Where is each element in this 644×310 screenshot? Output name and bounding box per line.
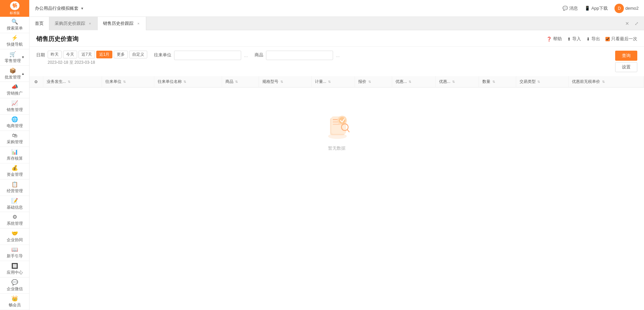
sidebar-item-wholesale[interactable]: 📦 批发管理 ▲ — [0, 66, 29, 82]
maximize-button[interactable]: ⤢ — [633, 19, 640, 28]
col-pre-tax-price[interactable]: 优惠前无税单价 ⇅ — [569, 76, 644, 88]
sidebar-item-retail[interactable]: 🛒 零售管理 ▼ — [0, 49, 29, 66]
topbar-title: 办公用品行业模拟账套 — [35, 5, 78, 11]
sidebar-item-search[interactable]: 🔍 搜索菜单 — [0, 17, 29, 33]
tab-sales[interactable]: 销售历史价跟踪 × — [98, 17, 146, 30]
import-button[interactable]: ⬆ 导入 — [567, 36, 581, 42]
marketing-icon: 📣 — [11, 84, 18, 90]
message-label: 消息 — [569, 5, 578, 11]
sidebar-item-ecommerce[interactable]: 🌐 电商管理 — [0, 115, 29, 131]
sidebar-item-label: 零售管理 — [5, 58, 21, 64]
sidebar-item-basic[interactable]: 📝 基础信息 — [0, 196, 29, 212]
col-trade-type[interactable]: 交易类型 ⇅ — [516, 76, 569, 88]
col-unit[interactable]: 计量... ⇅ — [311, 76, 355, 88]
col-price[interactable]: 报价 ⇅ — [355, 76, 392, 88]
col-unit-name[interactable]: 往来单位名称 ⇅ — [154, 76, 222, 88]
sidebar-item-membership[interactable]: 👑 畅会员 — [0, 294, 29, 310]
query-button[interactable]: 查询 — [615, 51, 637, 61]
tab-purchase-close[interactable]: × — [88, 21, 92, 26]
sidebar-item-system[interactable]: ⚙ 系统管理 — [0, 212, 29, 228]
only-last-checkbox[interactable] — [605, 37, 610, 41]
filter-bar: 日期 昨天 今天 近7天 近1月 更多 自定义 2023-02-18 至 202… — [30, 47, 644, 76]
sidebar-item-cooperation[interactable]: 🤝 企业协同 — [0, 228, 29, 245]
sidebar-item-wechat[interactable]: 💬 企业微信 — [0, 277, 29, 294]
settings-button[interactable]: 设置 — [615, 62, 637, 72]
sidebar-item-sales-mgmt[interactable]: 📈 销售管理 — [0, 98, 29, 115]
logo-text: 标准版 — [10, 11, 20, 15]
col-biz-date[interactable]: 业务发生... ⇅ — [43, 76, 102, 88]
sidebar-item-label: 销售管理 — [7, 107, 23, 113]
tab-sales-close[interactable]: × — [136, 21, 140, 26]
page-header: 销售历史价查询 ❓ 帮助 ⬆ 导入 ⬇ 导出 只看最后一次 — [30, 30, 644, 47]
user-menu[interactable]: D demo2 — [614, 4, 639, 13]
col-discount1[interactable]: 优惠... ⇅ — [392, 76, 436, 88]
date-btn-today[interactable]: 今天 — [63, 51, 77, 58]
sidebar-item-label: 营销推广 — [7, 91, 23, 96]
tab-purchase-label: 采购历史价跟踪 — [55, 20, 85, 27]
export-label: 导出 — [591, 36, 600, 42]
col-product[interactable]: 商品 ⇅ — [222, 76, 259, 88]
ecommerce-icon: 🌐 — [11, 116, 18, 122]
sidebar-item-label: 库存核算 — [7, 156, 23, 161]
page-title: 销售历史价查询 — [36, 35, 78, 43]
sidebar-item-label: 企业微信 — [7, 286, 23, 292]
wechat-icon: 💬 — [11, 279, 18, 286]
app-download-button[interactable]: 📱 App下载 — [585, 5, 608, 11]
date-btn-1month[interactable]: 近1月 — [96, 51, 113, 58]
search-nav-icon: 🔍 — [11, 18, 18, 25]
operations-icon: 📋 — [11, 181, 18, 188]
apps-icon: 🔲 — [11, 263, 18, 269]
empty-state: 暂无数据 — [30, 88, 644, 171]
sidebar-item-guide[interactable]: 📖 新手引导 — [0, 245, 29, 261]
sidebar-item-purchase[interactable]: 🛍 采购管理 — [0, 131, 29, 147]
sidebar-item-shortcuts[interactable]: ⚡ 快捷导航 — [0, 33, 29, 50]
help-label: 帮助 — [553, 36, 562, 42]
col-quantity[interactable]: 数量 ⇅ — [479, 76, 516, 88]
date-btn-yesterday[interactable]: 昨天 — [48, 51, 62, 58]
date-btn-7days[interactable]: 近7天 — [78, 51, 95, 58]
source-unit-dots[interactable]: ... — [244, 53, 248, 58]
col-settings[interactable]: ⚙ — [30, 76, 43, 88]
tab-home[interactable]: 首页 — [30, 17, 49, 30]
tab-purchase[interactable]: 采购历史价跟踪 × — [49, 17, 98, 30]
membership-icon: 👑 — [11, 295, 18, 302]
date-btn-custom[interactable]: 自定义 — [129, 51, 147, 58]
sidebar-item-inventory[interactable]: 📊 库存核算 — [0, 147, 29, 163]
sidebar-item-finance[interactable]: 💰 资金管理 — [0, 163, 29, 180]
col-spec[interactable]: 规格型号 ⇅ — [259, 76, 311, 88]
product-dots[interactable]: ... — [336, 53, 340, 58]
message-button[interactable]: 💬 消息 — [562, 5, 578, 11]
export-button[interactable]: ⬇ 导出 — [586, 36, 600, 42]
empty-text: 暂无数据 — [328, 145, 345, 151]
date-btn-more[interactable]: 更多 — [114, 51, 128, 58]
only-last-label: 只看最后一次 — [611, 36, 637, 42]
data-table: ⚙ 业务发生... ⇅ 往来单位 ⇅ 往来单位名称 ⇅ 商品 ⇅ 规格型号 ⇅ … — [30, 76, 644, 88]
sidebar-item-label: 畅会员 — [9, 302, 21, 308]
col-discount2[interactable]: 优惠... ⇅ — [435, 76, 479, 88]
sidebar-item-operations[interactable]: 📋 经营管理 — [0, 179, 29, 196]
sidebar-item-apps[interactable]: 🔲 应用中心 — [0, 261, 29, 277]
shortcuts-icon: ⚡ — [11, 35, 18, 41]
sidebar-item-label: 基础信息 — [7, 205, 23, 210]
close-all-button[interactable]: ✕ — [624, 19, 631, 28]
tab-home-label: 首页 — [35, 20, 44, 27]
page-content: 销售历史价查询 ❓ 帮助 ⬆ 导入 ⬇ 导出 只看最后一次 — [30, 30, 644, 310]
date-options: 昨天 今天 近7天 近1月 更多 自定义 2023-02-18 至 2023-0… — [48, 51, 147, 65]
date-filter-label: 日期 — [36, 52, 45, 58]
cooperation-icon: 🤝 — [11, 230, 18, 237]
import-label: 导入 — [572, 36, 581, 42]
page-actions: ❓ 帮助 ⬆ 导入 ⬇ 导出 只看最后一次 — [546, 36, 637, 42]
main-area: 办公用品行业模拟账套 ▾ 💬 消息 📱 App下载 D demo2 首页 — [30, 0, 644, 310]
product-input[interactable] — [266, 51, 333, 60]
help-button[interactable]: ❓ 帮助 — [546, 36, 562, 42]
source-unit-input[interactable] — [174, 51, 241, 60]
product-label: 商品 — [255, 52, 263, 58]
date-buttons: 昨天 今天 近7天 近1月 更多 自定义 — [48, 51, 147, 58]
wholesale-icon: 📦 — [9, 67, 16, 74]
tabbar: 首页 采购历史价跟踪 × 销售历史价跟踪 × ✕ ⤢ — [30, 17, 644, 30]
date-range-label: 2023-02-18 至 2023-03-18 — [48, 60, 147, 65]
topbar-dropdown-icon[interactable]: ▾ — [81, 6, 83, 11]
app-download-label: App下载 — [591, 5, 608, 11]
col-unit-code[interactable]: 往来单位 ⇅ — [102, 76, 154, 88]
sidebar-item-marketing[interactable]: 📣 营销推广 — [0, 82, 29, 98]
